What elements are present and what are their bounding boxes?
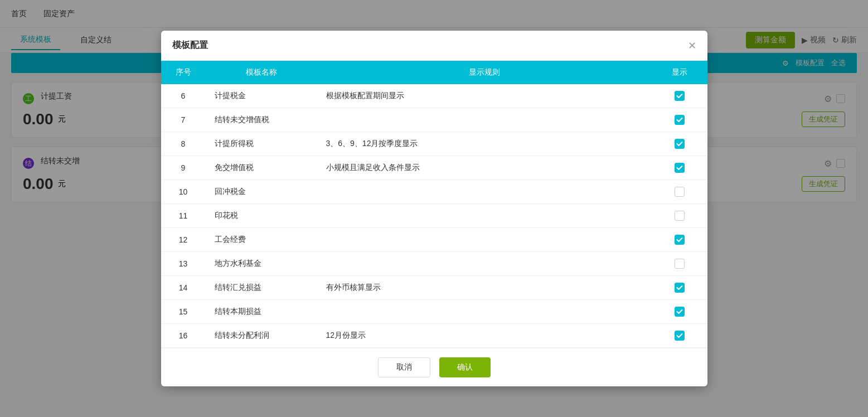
cell-rule-7 (317, 252, 652, 276)
table-row: 7结转未交增值税 (161, 108, 707, 132)
cell-seq-5: 11 (161, 204, 206, 228)
table-row: 10回冲税金 (161, 180, 707, 204)
table-row: 11印花税 (161, 204, 707, 228)
checkbox-wrap-5[interactable] (661, 211, 699, 221)
table-row: 8计提所得税3、6、9、12月按季度显示 (161, 132, 707, 156)
checkbox-wrap-3[interactable] (661, 163, 699, 173)
cell-seq-6: 12 (161, 228, 206, 252)
table-row: 15结转本期损益 (161, 300, 707, 324)
th-name: 模板名称 (206, 61, 317, 84)
cell-show-8 (652, 276, 707, 300)
cell-show-2 (652, 132, 707, 156)
table-row: 9免交增值税小规模且满足收入条件显示 (161, 156, 707, 180)
cell-seq-3: 9 (161, 156, 206, 180)
cell-name-10: 结转未分配利润 (206, 324, 317, 348)
checkbox-wrap-6[interactable] (661, 235, 699, 245)
cell-name-0: 计提税金 (206, 84, 317, 108)
checkbox-wrap-2[interactable] (661, 139, 699, 149)
checkbox-checked-6[interactable] (675, 235, 685, 245)
checkbox-wrap-4[interactable] (661, 187, 699, 197)
table-row: 6计提税金根据模板配置期间显示 (161, 84, 707, 108)
checkbox-unchecked-7[interactable] (675, 259, 685, 269)
checkbox-wrap-9[interactable] (661, 307, 699, 317)
checkbox-checked-2[interactable] (675, 139, 685, 149)
table-header: 序号 模板名称 显示规则 显示 (161, 61, 707, 84)
confirm-button[interactable]: 确认 (439, 357, 491, 377)
cell-rule-0: 根据模板配置期间显示 (317, 84, 652, 108)
cell-name-6: 工会经费 (206, 228, 317, 252)
cell-name-7: 地方水利基金 (206, 252, 317, 276)
config-table: 序号 模板名称 显示规则 显示 6计提税金根据模板配置期间显示7结转未交增值税8… (161, 61, 707, 348)
cell-name-5: 印花税 (206, 204, 317, 228)
cell-rule-4 (317, 180, 652, 204)
cell-seq-8: 14 (161, 276, 206, 300)
table-row: 14结转汇兑损益有外币核算显示 (161, 276, 707, 300)
cell-rule-5 (317, 204, 652, 228)
cell-name-2: 计提所得税 (206, 132, 317, 156)
cell-seq-0: 6 (161, 84, 206, 108)
cell-name-8: 结转汇兑损益 (206, 276, 317, 300)
checkbox-unchecked-5[interactable] (675, 211, 685, 221)
cell-show-9 (652, 300, 707, 324)
cell-seq-2: 8 (161, 132, 206, 156)
cell-show-6 (652, 228, 707, 252)
checkbox-wrap-7[interactable] (661, 259, 699, 269)
cell-seq-9: 15 (161, 300, 206, 324)
cell-show-4 (652, 180, 707, 204)
cell-show-0 (652, 84, 707, 108)
modal-template-config: 模板配置 ✕ 序号 模板名称 显示规则 显示 6计提税金根据模板配置期间显示7结… (161, 31, 707, 386)
cell-rule-9 (317, 300, 652, 324)
checkbox-checked-10[interactable] (675, 331, 685, 341)
table-row: 12工会经费 (161, 228, 707, 252)
table-row: 13地方水利基金 (161, 252, 707, 276)
th-seq: 序号 (161, 61, 206, 84)
modal-close-button[interactable]: ✕ (688, 41, 696, 51)
cell-name-1: 结转未交增值税 (206, 108, 317, 132)
cell-name-4: 回冲税金 (206, 180, 317, 204)
checkbox-wrap-0[interactable] (661, 91, 699, 101)
checkbox-checked-9[interactable] (675, 307, 685, 317)
table-body: 6计提税金根据模板配置期间显示7结转未交增值税8计提所得税3、6、9、12月按季… (161, 84, 707, 348)
cell-rule-1 (317, 108, 652, 132)
cell-show-10 (652, 324, 707, 348)
cell-rule-2: 3、6、9、12月按季度显示 (317, 132, 652, 156)
checkbox-checked-8[interactable] (675, 283, 685, 293)
modal-title: 模板配置 (172, 40, 208, 51)
cell-rule-3: 小规模且满足收入条件显示 (317, 156, 652, 180)
cell-rule-10: 12月份显示 (317, 324, 652, 348)
modal-header: 模板配置 ✕ (161, 31, 707, 61)
cell-seq-1: 7 (161, 108, 206, 132)
checkbox-checked-0[interactable] (675, 91, 685, 101)
cell-show-5 (652, 204, 707, 228)
cell-show-1 (652, 108, 707, 132)
checkbox-checked-3[interactable] (675, 163, 685, 173)
cell-name-9: 结转本期损益 (206, 300, 317, 324)
modal-footer: 取消 确认 (161, 348, 707, 386)
cell-seq-7: 13 (161, 252, 206, 276)
cell-show-3 (652, 156, 707, 180)
th-show: 显示 (652, 61, 707, 84)
th-rule: 显示规则 (317, 61, 652, 84)
table-row: 16结转未分配利润12月份显示 (161, 324, 707, 348)
checkbox-wrap-1[interactable] (661, 115, 699, 125)
checkbox-checked-1[interactable] (675, 115, 685, 125)
modal-body: 序号 模板名称 显示规则 显示 6计提税金根据模板配置期间显示7结转未交增值税8… (161, 61, 707, 348)
modal-overlay: 模板配置 ✕ 序号 模板名称 显示规则 显示 6计提税金根据模板配置期间显示7结… (0, 0, 868, 417)
checkbox-unchecked-4[interactable] (675, 187, 685, 197)
cell-show-7 (652, 252, 707, 276)
checkbox-wrap-8[interactable] (661, 283, 699, 293)
cell-rule-6 (317, 228, 652, 252)
cell-name-3: 免交增值税 (206, 156, 317, 180)
checkbox-wrap-10[interactable] (661, 331, 699, 341)
cell-rule-8: 有外币核算显示 (317, 276, 652, 300)
cell-seq-4: 10 (161, 180, 206, 204)
cancel-button[interactable]: 取消 (378, 357, 430, 377)
cell-seq-10: 16 (161, 324, 206, 348)
